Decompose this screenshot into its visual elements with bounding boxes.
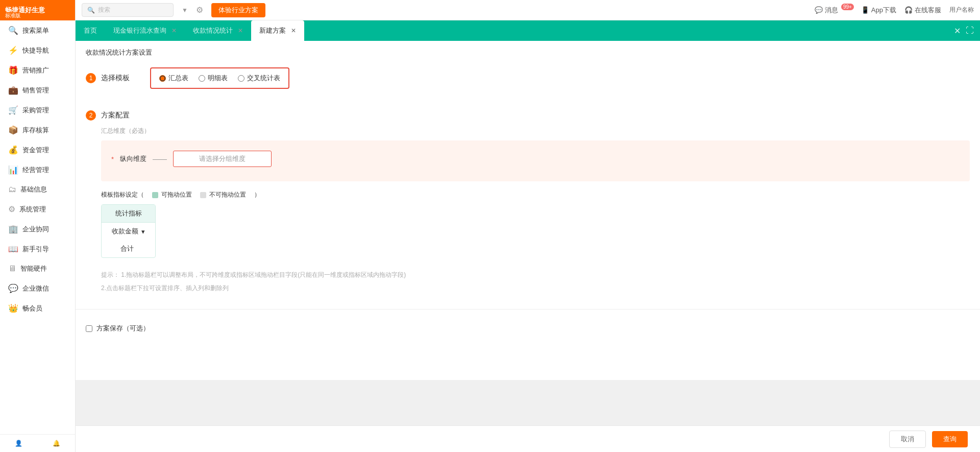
radio-summary[interactable]: 汇总表	[159, 74, 188, 83]
dimension-title: 汇总维度（必选）	[86, 127, 970, 135]
stat-indicator-header: 统计指标	[115, 209, 142, 217]
sidebar-item-finance[interactable]: 💰 资金管理	[0, 140, 75, 160]
topbar: 🔍 搜索 ▼ ⚙ 体验行业方案 💬 消息 99+ 📱 App下载 🎧 在线客服 …	[76, 0, 980, 20]
step1-title-row: 1 选择模板 汇总表 明细表	[86, 67, 970, 89]
radio-cross-input[interactable]	[238, 75, 244, 82]
service-label: 在线客服	[915, 6, 941, 15]
sidebar-user-btn[interactable]: 👤	[0, 435, 38, 452]
purchase-icon: 🛒	[8, 105, 18, 115]
cancel-button[interactable]: 取消	[889, 431, 926, 448]
sidebar-item-search-menu[interactable]: 🔍 搜索菜单	[0, 20, 75, 40]
trial-btn[interactable]: 体验行业方案	[211, 3, 265, 17]
indicator-title-text: 模板指标设定（	[101, 191, 144, 199]
operation-icon: 📊	[8, 165, 18, 175]
weixin-icon: 💬	[8, 283, 18, 293]
tab-receipt-stat[interactable]: 收款情况统计 ✕	[185, 20, 251, 41]
app-download-item[interactable]: 📱 App下载	[861, 6, 896, 15]
logo-badge: 标准版	[5, 12, 20, 19]
stat-col1-content: 收款金额 ▾	[112, 227, 145, 236]
tab-bank-flow[interactable]: 现金银行流水查询 ✕	[105, 20, 185, 41]
sidebar-item-label: 库存核算	[22, 126, 49, 135]
message-label: 消息	[825, 6, 838, 15]
drag-dot-icon	[152, 192, 158, 198]
indicator-closing: ）	[254, 191, 260, 199]
message-badge: 99+	[841, 4, 854, 10]
sidebar-item-sales[interactable]: 💼 销售管理	[0, 80, 75, 100]
template-radio-group: 汇总表 明细表 交叉统计表	[150, 67, 289, 89]
section-divider	[76, 309, 980, 310]
tab-bank-flow-label: 现金银行流水查询	[113, 26, 166, 35]
sidebar-item-operation[interactable]: 📊 经营管理	[0, 160, 75, 180]
search-placeholder: 搜索	[98, 6, 110, 14]
page-wrapper: 收款情况统计方案设置 1 选择模板 汇总表	[76, 41, 980, 380]
service-item[interactable]: 🎧 在线客服	[904, 6, 941, 15]
sidebar-item-label: 搜索菜单	[22, 26, 49, 35]
sidebar-item-system[interactable]: ⚙ 系统管理	[0, 199, 75, 219]
required-star: *	[111, 155, 114, 163]
main-area: 🔍 搜索 ▼ ⚙ 体验行业方案 💬 消息 99+ 📱 App下载 🎧 在线客服 …	[76, 0, 980, 452]
guide-icon: 📖	[8, 244, 18, 254]
step1-label: 选择模板	[101, 74, 130, 83]
hardware-icon: 🖥	[8, 264, 16, 273]
save-checkbox[interactable]	[86, 325, 92, 332]
draggable-indicator: 可拖动位置	[152, 191, 192, 199]
tab-home[interactable]: 首页	[76, 20, 105, 41]
tab-home-label: 首页	[84, 26, 97, 35]
stat-col1-cell[interactable]: 收款金额 ▾	[102, 223, 155, 240]
bottom-bar: 取消 查询	[76, 425, 980, 452]
sidebar-item-label: 企业协同	[22, 225, 49, 234]
marketing-icon: 🎁	[8, 65, 18, 75]
dim-placeholder-box[interactable]: 请选择分组维度	[173, 151, 272, 167]
sidebar-item-enterprise[interactable]: 🏢 企业协同	[0, 219, 75, 239]
sidebar-item-member[interactable]: 👑 畅会员	[0, 298, 75, 318]
search-menu-icon: 🔍	[8, 26, 18, 35]
no-drag-dot-icon	[200, 192, 206, 198]
sidebar-item-label: 系统管理	[19, 205, 46, 214]
vertical-dim-label: 纵向维度	[120, 154, 146, 163]
dim-arrow-icon: ——	[153, 155, 167, 163]
sidebar-item-label: 畅会员	[22, 304, 42, 313]
radio-summary-input[interactable]	[159, 75, 166, 82]
radio-cross[interactable]: 交叉统计表	[238, 74, 280, 83]
topbar-username: 用户名称	[949, 6, 974, 14]
content-area: 收款情况统计方案设置 1 选择模板 汇总表	[76, 41, 980, 452]
sidebar-item-inventory[interactable]: 📦 库存核算	[0, 120, 75, 140]
sidebar-item-label: 资金管理	[22, 146, 49, 155]
step2-header-row: 2 方案配置	[86, 110, 970, 121]
tab-new-plan[interactable]: 新建方案 ✕	[251, 20, 304, 41]
member-icon: 👑	[8, 303, 18, 313]
radio-detail-input[interactable]	[199, 75, 205, 82]
sidebar-item-basic[interactable]: 🗂 基础信息	[0, 180, 75, 199]
sidebar-item-purchase[interactable]: 🛒 采购管理	[0, 100, 75, 120]
search-bar[interactable]: 🔍 搜索	[82, 3, 174, 17]
query-button[interactable]: 查询	[932, 431, 968, 447]
no-drag-label: 不可拖动位置	[209, 191, 246, 199]
sidebar-item-marketing[interactable]: 🎁 营销推广	[0, 60, 75, 80]
sidebar-notify-btn[interactable]: 🔔	[38, 435, 76, 452]
tab-new-plan-label: 新建方案	[259, 26, 286, 35]
tabbar: 首页 现金银行流水查询 ✕ 收款情况统计 ✕ 新建方案 ✕ ✕ ⛶	[76, 20, 980, 41]
stat-row1-cell: 合计	[102, 240, 153, 257]
radio-cross-label: 交叉统计表	[247, 74, 280, 83]
draggable-label: 可拖动位置	[161, 191, 192, 199]
stat-row1-label: 合计	[120, 245, 134, 252]
topbar-dropdown-arrow[interactable]: ▼	[182, 7, 188, 14]
tab-receipt-stat-close[interactable]: ✕	[238, 27, 243, 34]
tabbar-expand-icon[interactable]: ⛶	[966, 26, 974, 35]
dimension-title-text: 汇总维度（必选）	[101, 127, 150, 134]
tabbar-close-icon[interactable]: ✕	[954, 26, 961, 36]
dropdown-arrow-icon: ▾	[141, 228, 145, 235]
sidebar-item-guide[interactable]: 📖 新手引导	[0, 239, 75, 259]
sidebar-item-hardware[interactable]: 🖥 智能硬件	[0, 259, 75, 278]
sidebar-item-quick-nav[interactable]: ⚡ 快捷导航	[0, 40, 75, 60]
sidebar-item-weixin[interactable]: 💬 企业微信	[0, 278, 75, 298]
tab-bank-flow-close[interactable]: ✕	[172, 27, 177, 34]
topbar-gear-icon[interactable]: ⚙	[196, 5, 203, 15]
sidebar-bottom: 👤 🔔	[0, 434, 75, 452]
sidebar-item-label: 基础信息	[20, 185, 47, 194]
radio-detail[interactable]: 明细表	[199, 74, 228, 83]
finance-icon: 💰	[8, 145, 18, 155]
tab-new-plan-close[interactable]: ✕	[291, 27, 296, 34]
sidebar-item-label: 营销推广	[22, 66, 49, 75]
message-item[interactable]: 💬 消息 99+	[815, 6, 853, 15]
